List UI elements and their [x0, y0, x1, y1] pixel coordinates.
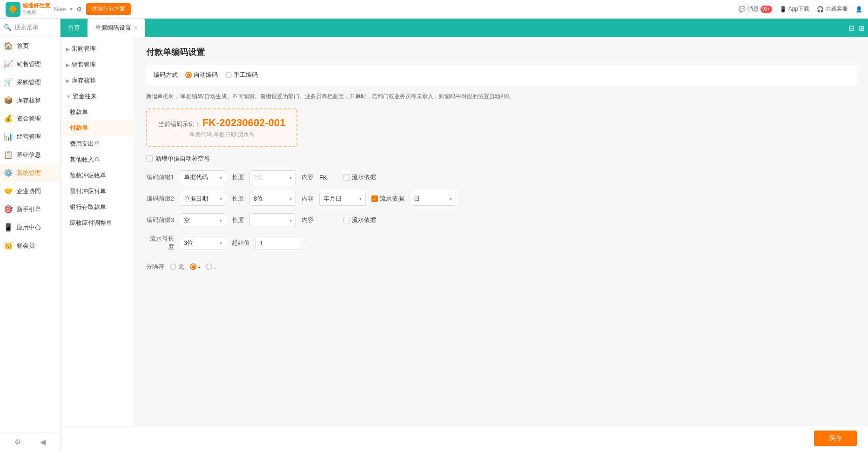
sidebar-item-purchase[interactable]: 🛒 采购管理 [0, 73, 60, 91]
sidebar-item-finance[interactable]: 💰 资金管理 [0, 109, 60, 128]
prefix2-select-arrow-icon: ▾ [220, 196, 222, 202]
chevron-down-icon[interactable]: ▾ [70, 6, 73, 13]
prefix2-serial-label: 流水依据 [380, 195, 404, 203]
save-button[interactable]: 保存 [814, 431, 857, 446]
prefix3-select[interactable]: 空 ▾ [180, 213, 226, 227]
member-icon: 👑 [4, 241, 13, 250]
separator-dash-label: - [198, 263, 200, 270]
sidebar-item-label: 企业协同 [17, 187, 41, 195]
code-preview-box: 当前编码示例： FK-20230602-001 单据代码-单据日期-流水号 [146, 108, 297, 147]
prefix2-granularity-arrow-icon: ▾ [450, 196, 452, 202]
sec-item-other-income[interactable]: 其他收入单 [61, 152, 135, 168]
prefix2-serial-row: ✓ 流水依据 [371, 195, 404, 203]
sidebar-item-label: 首页 [17, 42, 29, 50]
prefix1-label: 编码前缀1 [146, 173, 174, 182]
serial-length-text: 3位 [184, 239, 216, 247]
separator-none-label: 无 [178, 263, 184, 271]
manual-code-radio[interactable]: 手工编码 [225, 71, 258, 79]
message-item[interactable]: 💬 消息 99+ [739, 5, 772, 13]
inventory-icon: 📦 [4, 96, 13, 105]
app-download-item[interactable]: 📱 App下载 [780, 5, 809, 13]
sidebar-item-basic[interactable]: 📋 基础信息 [0, 146, 60, 164]
phone-icon: 📱 [780, 6, 787, 13]
sidebar-item-guide[interactable]: 🎯 新手引导 [0, 200, 60, 218]
settings-bottom-icon[interactable]: ⚙ [14, 438, 21, 446]
sidebar-item-inventory[interactable]: 📦 库存核算 [0, 91, 60, 109]
sidebar-item-sales[interactable]: 📈 销售管理 [0, 55, 60, 73]
main-layout: 🔍 搜索菜单 🏠 首页 📈 销售管理 🛒 采购管理 📦 库存核算 💰 资金管理 … [0, 19, 868, 451]
sec-group-sales[interactable]: ▶ 销售管理 [61, 57, 135, 73]
prefix1-select[interactable]: 单据代码 ▾ [180, 170, 226, 184]
sidebar-item-member[interactable]: 👑 畅会员 [0, 236, 60, 255]
auto-fill-checkbox[interactable] [146, 155, 153, 162]
sidebar-item-enterprise[interactable]: 🤝 企业协同 [0, 182, 60, 200]
basic-icon: 📋 [4, 150, 13, 159]
sec-item-pre-receive[interactable]: 预收冲应收单 [61, 168, 135, 183]
sidebar-item-operation[interactable]: 📊 经营管理 [0, 128, 60, 146]
prefix1-serial-checkbox[interactable] [343, 174, 350, 181]
separator-none-radio[interactable]: 无 [170, 263, 184, 271]
sec-item-adjust[interactable]: 应收应付调整单 [61, 215, 135, 231]
arrow-purchase-icon: ▶ [66, 47, 70, 52]
online-service-item[interactable]: 🎧 在线客服 [817, 5, 848, 13]
prefix2-select[interactable]: 单据日期 ▾ [180, 192, 226, 206]
page-title: 付款单编码设置 [146, 47, 857, 58]
sec-item-other-income-label: 其他收入单 [70, 156, 100, 163]
tab-home[interactable]: 首页 [61, 19, 87, 37]
serial-start-label: 起始值 [232, 239, 250, 247]
sidebar-item-label: 基础信息 [17, 151, 41, 159]
sec-item-pre-pay-label: 预付冲应付单 [70, 188, 106, 195]
collapse-icon[interactable]: ◀ [40, 438, 46, 446]
logo-icon: 🔶 [6, 2, 20, 17]
sidebar-item-label: 资金管理 [17, 114, 41, 123]
prefix2-content-select[interactable]: 年月日 ▾ [319, 192, 366, 206]
prefix3-serial-checkbox[interactable] [343, 217, 350, 223]
user-info[interactable]: 👤 [855, 6, 862, 13]
separator-dash-radio[interactable]: - [190, 263, 200, 270]
auto-code-radio[interactable]: 自动编码 [185, 71, 218, 79]
tab-close-icon[interactable]: × [134, 25, 137, 31]
serial-row: 流水号长度 3位 ▾ 起始值 [146, 235, 857, 251]
message-icon: 💬 [739, 6, 746, 13]
prefix2-granularity-select[interactable]: 日 ▾ [410, 192, 456, 206]
logo-area: 🔶 畅通好生意 旗舰版 [6, 2, 50, 17]
search-menu[interactable]: 🔍 搜索菜单 [0, 19, 60, 37]
sec-item-payment[interactable]: 付款单 [61, 120, 135, 136]
prefix3-length-label: 长度 [232, 216, 244, 224]
prefix3-row: 编码前缀3 空 ▾ 长度 ▾ 内容 流水依据 [146, 213, 857, 227]
sec-group-inventory[interactable]: ▶ 库存核算 [61, 73, 135, 88]
sec-item-receipt[interactable]: 收款单 [61, 104, 135, 120]
serial-start-input[interactable] [256, 236, 302, 250]
arrow-sales-icon: ▶ [66, 62, 70, 67]
encoding-type-label: 编码方式 [154, 71, 178, 79]
sec-item-expense[interactable]: 费用支出单 [61, 136, 135, 152]
minimize-icon[interactable]: ⊟ [848, 24, 855, 33]
sidebar-item-home[interactable]: 🏠 首页 [0, 37, 60, 55]
prefix1-row: 编码前缀1 单据代码 ▾ 长度 2位 ▾ 内容 FK 流水依据 [146, 170, 857, 184]
sec-group-purchase-label: 采购管理 [72, 45, 96, 53]
serial-length-select[interactable]: 3位 ▾ [180, 236, 226, 250]
sidebar-item-label: 采购管理 [17, 78, 41, 87]
sec-item-adjust-label: 应收应付调整单 [70, 219, 112, 226]
tab-encoding-settings[interactable]: 单据编码设置 × [87, 19, 145, 37]
prefix3-length-select[interactable]: ▾ [249, 213, 296, 227]
prefix1-length-label: 长度 [232, 173, 244, 182]
separator-dot-radio[interactable]: . [206, 263, 216, 270]
prefix2-serial-checkbox[interactable]: ✓ [371, 195, 378, 202]
sales-icon: 📈 [4, 60, 13, 68]
prefix3-content-label: 内容 [302, 216, 314, 224]
sidebar-item-system[interactable]: ⚙️ 系统管理 [0, 164, 60, 182]
prefix2-length-select[interactable]: 8位 ▾ [249, 192, 296, 206]
sec-group-purchase[interactable]: ▶ 采购管理 [61, 41, 135, 57]
sec-item-bank[interactable]: 银行存取款单 [61, 199, 135, 215]
solution-button[interactable]: 体验行业方案 [86, 3, 131, 15]
separator-row: 分隔符 无 - . [146, 263, 857, 271]
sec-group-finance[interactable]: ▼ 资金往来 [61, 88, 135, 104]
prefix1-length-select[interactable]: 2位 ▾ [249, 170, 296, 184]
maximize-icon[interactable]: ⊞ [858, 24, 864, 33]
serial-length-arrow-icon: ▾ [220, 241, 222, 246]
prefix3-serial-row: 流水依据 [343, 216, 376, 224]
sidebar-item-app-center[interactable]: 📱 应用中心 [0, 218, 60, 236]
sec-item-pre-pay[interactable]: 预付冲应付单 [61, 183, 135, 199]
gear-icon[interactable]: ⚙ [76, 6, 82, 13]
